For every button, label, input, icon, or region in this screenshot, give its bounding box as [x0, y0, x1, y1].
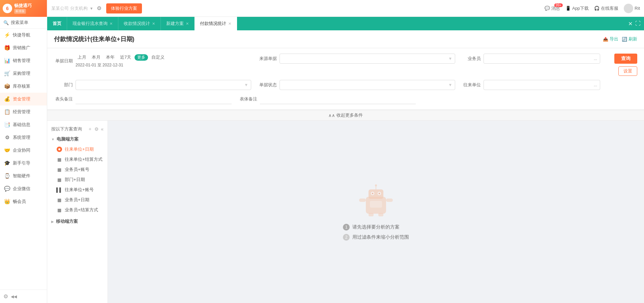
collapse-label: 收起更多条件: [336, 112, 363, 118]
scheme-section-mobile-header[interactable]: ▶ 移动端方案: [47, 216, 108, 226]
source-dropdown-icon: ▼: [448, 56, 452, 61]
tab-new-scheme[interactable]: 新建方案 ✕: [161, 17, 195, 30]
refresh-label: 刷新: [628, 36, 637, 42]
partner-select[interactable]: ...: [484, 80, 600, 90]
search-menu[interactable]: 🔍 搜索菜单: [0, 17, 47, 29]
date-option-last-month[interactable]: 上月: [76, 54, 88, 61]
logo-icon: 6: [3, 4, 12, 13]
scheme-item-staff-account[interactable]: ▦ 业务员+账号: [47, 164, 108, 175]
filter-dept: 部门 ▼: [54, 80, 251, 90]
dept-select[interactable]: ▼: [76, 80, 251, 90]
scheme-item-label: 往来单位+账号: [65, 187, 94, 193]
scheme-item-staff-date[interactable]: ▦ 业务员+日期: [47, 195, 108, 205]
scheme-item-dept-date[interactable]: ▦ 部门+日期: [47, 175, 108, 185]
date-option-7days[interactable]: 近7天: [118, 54, 133, 61]
sidebar-item-sales[interactable]: 📊 销售管理: [0, 54, 47, 67]
topbar-settings-icon[interactable]: ⚙: [97, 5, 101, 11]
date-range: 2022-01-01 至 2022-12-31: [76, 62, 167, 68]
scheme-item-label: 往来单位+日期: [65, 146, 94, 152]
logo-name: 畅捷通巧: [14, 3, 32, 8]
add-scheme-icon[interactable]: ＋: [88, 126, 92, 132]
enterprise-icon: 🤝: [4, 147, 10, 153]
refresh-btn[interactable]: 🔄 刷新: [622, 36, 637, 42]
scheme-item-partner-settle[interactable]: ▦ 往来单位+结算方式: [47, 154, 108, 164]
sidebar-item-marketing[interactable]: 🎁 营销推广: [0, 41, 47, 54]
sidebar-item-quick-nav[interactable]: ⚡ 快捷导航: [0, 29, 47, 41]
sidebar-item-inventory[interactable]: 📦 库存核算: [0, 80, 47, 93]
scheme-item-partner-date[interactable]: 往来单位+日期: [47, 144, 108, 154]
tab-collection[interactable]: 收款情况统计 ✕: [118, 17, 161, 30]
tab-new-scheme-close[interactable]: ✕: [186, 22, 189, 26]
sidebar-item-vip[interactable]: 👑 畅会员: [0, 195, 47, 208]
tab-bank-close[interactable]: ✕: [110, 22, 113, 26]
sidebar-item-weixin[interactable]: 💬 企业微信: [0, 182, 47, 195]
tabbar: 首页 现金银行流水查询 ✕ 收款情况统计 ✕ 新建方案 ✕ 付款情况统计 ✕ ✕…: [47, 17, 644, 30]
close-all-icon[interactable]: ✕: [628, 21, 633, 27]
staff-select[interactable]: ...: [484, 54, 600, 64]
tab-bank[interactable]: 现金银行流水查询 ✕: [67, 17, 118, 30]
query-btn[interactable]: 查询: [614, 54, 637, 64]
source-select[interactable]: ▼: [280, 54, 455, 64]
table-icon: ▦: [57, 177, 62, 182]
sidebar-footer: ⚙ ◀◀: [0, 290, 47, 303]
filter-panel: 单据日期 上月 本月 本年 近7天 更多 自定义 2022-01-01 至 20…: [47, 48, 644, 110]
expand-icon[interactable]: ⛶: [635, 21, 641, 27]
settings-btn[interactable]: 设置: [618, 66, 637, 76]
collapse-scheme-icon[interactable]: «: [101, 126, 104, 132]
sidebar-item-hardware[interactable]: ⌚ 智能硬件: [0, 170, 47, 182]
doc-status-label: 单据状态: [258, 82, 277, 88]
filter-doc-status: 单据状态 ▼: [258, 80, 455, 90]
sidebar-item-system[interactable]: ⚙ 系统管理: [0, 131, 47, 144]
sidebar-item-purchase[interactable]: 🛒 采购管理: [0, 67, 47, 80]
svg-rect-2: [369, 189, 383, 199]
sidebar-item-operation[interactable]: 📋 经营管理: [0, 105, 47, 118]
tab-home[interactable]: 首页: [47, 17, 67, 30]
date-option-this-month[interactable]: 本月: [90, 54, 103, 61]
empty-hint-2: 2 用过滤条件来缩小分析范围: [343, 234, 409, 241]
search-icon: 🔍: [3, 20, 9, 25]
date-option-more[interactable]: 更多: [135, 54, 148, 61]
trial-btn[interactable]: 体验行业方案: [106, 3, 142, 13]
export-icon: 📤: [603, 37, 608, 42]
sidebar-nav: ⚡ 快捷导航 🎁 营销推广 📊 销售管理 🛒 采购管理 📦 库存核算 💰 资金管…: [0, 29, 47, 290]
doc-status-select[interactable]: ▼: [280, 80, 455, 90]
company-selector[interactable]: 某某公司 分支机构 ▼: [51, 5, 93, 11]
scheme-section-desktop-header[interactable]: ▼ 电脑端方案: [47, 134, 108, 144]
tab-payment-close[interactable]: ✕: [228, 22, 231, 26]
sidebar-item-basic[interactable]: 📑 基础信息: [0, 118, 47, 131]
footer-settings-icon[interactable]: ⚙: [3, 293, 8, 300]
section-arrow-icon: ▶: [51, 220, 54, 223]
messages-btn[interactable]: 💬 消息 99+: [545, 5, 560, 11]
sidebar-header: 6 畅捷通巧 标准版: [0, 0, 47, 17]
footer-collapse-icon[interactable]: ◀◀: [11, 294, 17, 299]
main-area: 某某公司 分支机构 ▼ ⚙ 体验行业方案 💬 消息 99+ 📱 App下载 🎧 …: [47, 0, 644, 303]
empty-illustration: [356, 183, 396, 217]
page-actions: 📤 导出 🔄 刷新: [603, 36, 637, 42]
tab-payment[interactable]: 付款情况统计 ✕: [195, 17, 237, 30]
tab-collection-close[interactable]: ✕: [152, 22, 155, 26]
scheme-item-partner-account[interactable]: ▌▌ 往来单位+账号: [47, 185, 108, 195]
date-option-this-year[interactable]: 本年: [104, 54, 117, 61]
app-download-btn[interactable]: 📱 App下载: [565, 5, 589, 11]
hardware-icon: ⌚: [4, 173, 10, 179]
app-icon: 📱: [565, 6, 571, 11]
collapse-btn[interactable]: ∧∧ 收起更多条件: [322, 110, 370, 120]
filter-source: 来源单据 ▼: [258, 54, 455, 64]
scheme-item-staff-settle[interactable]: ▦ 业务员+结算方式: [47, 205, 108, 215]
sidebar-item-label: 新手引导: [13, 160, 30, 166]
head-note-input[interactable]: [76, 94, 232, 104]
content-area: 付款情况统计(往来单位+日期) 📤 导出 🔄 刷新 单据日期: [47, 30, 644, 303]
sidebar-item-enterprise[interactable]: 🤝 企业协同: [0, 144, 47, 157]
edit-scheme-icon[interactable]: ⚙: [94, 126, 99, 132]
sidebar-item-guide[interactable]: 🎓 新手引导: [0, 157, 47, 170]
date-option-custom[interactable]: 自定义: [149, 54, 167, 61]
hint-text-2: 用过滤条件来缩小分析范围: [352, 234, 409, 240]
search-label: 搜索菜单: [11, 20, 28, 26]
export-btn[interactable]: 📤 导出: [603, 36, 618, 42]
export-label: 导出: [610, 36, 618, 42]
svg-rect-11: [369, 213, 374, 216]
sidebar-item-capital[interactable]: 💰 资金管理: [0, 93, 47, 105]
body-note-input[interactable]: [260, 94, 416, 104]
service-btn[interactable]: 🎧 在线客服: [594, 5, 618, 11]
user-avatar[interactable]: Rit: [624, 4, 640, 13]
